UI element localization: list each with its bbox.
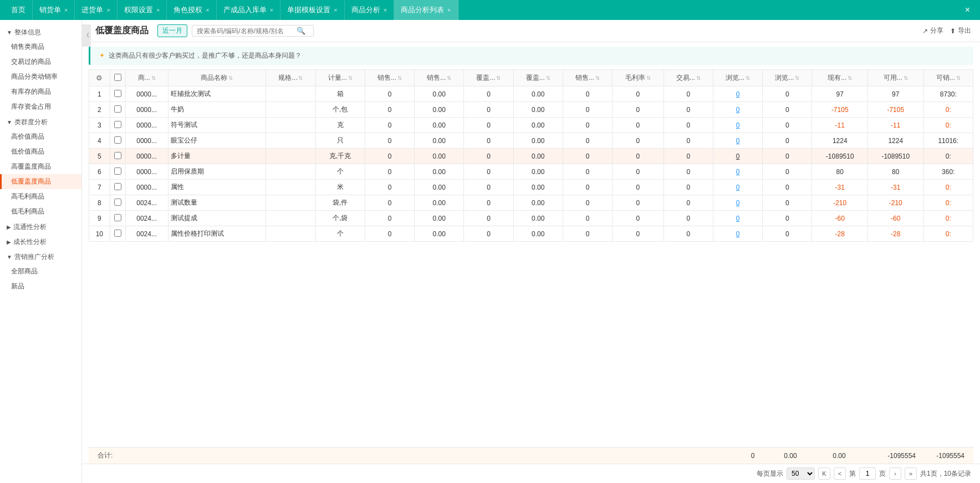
row-select-checkbox[interactable] [114, 152, 121, 159]
prev-page-button[interactable]: < [834, 467, 846, 480]
row-checkbox[interactable] [110, 118, 125, 133]
close-icon[interactable]: × [334, 7, 337, 13]
nav-tab-purchase[interactable]: 进货单 × [75, 0, 117, 20]
close-icon[interactable]: × [64, 7, 68, 13]
col-saleable[interactable]: 可销...⇅ [923, 70, 973, 87]
row-browse1[interactable]: 0 [713, 180, 762, 195]
export-button[interactable]: ⬆ 导出 [950, 26, 971, 35]
col-current[interactable]: 现有...⇅ [812, 70, 868, 87]
nav-tab-permission[interactable]: 权限设置 × [118, 0, 167, 20]
row-browse1[interactable]: 0 [713, 164, 762, 180]
sidebar-item-all-goods[interactable]: 全部商品 [0, 264, 81, 279]
nav-tab-template[interactable]: 单据模板设置 × [280, 0, 344, 20]
sidebar-item-traded-goods[interactable]: 交易过的商品 [0, 54, 81, 69]
row-current: -210 [812, 195, 868, 211]
col-code[interactable]: 商...⇅ [125, 70, 168, 87]
nav-tab-warehouse[interactable]: 产成品入库单 × [217, 0, 280, 20]
row-checkbox[interactable] [110, 164, 125, 180]
data-table-wrapper[interactable]: ⚙ 商...⇅ 商品名称⇅ 规格...⇅ 计量...⇅ 销售...⇅ 销售...… [89, 69, 973, 447]
row-checkbox[interactable] [110, 180, 125, 195]
row-select-checkbox[interactable] [114, 183, 121, 190]
row-checkbox[interactable] [110, 211, 125, 226]
sidebar-item-in-stock[interactable]: 有库存的商品 [0, 84, 81, 99]
col-trade[interactable]: 交易...⇅ [663, 70, 713, 87]
row-select-checkbox[interactable] [114, 136, 121, 144]
sidebar-collapse-button[interactable]: 《 [82, 24, 91, 47]
row-select-checkbox[interactable] [114, 90, 121, 97]
search-input[interactable] [197, 27, 297, 35]
sidebar-section-overall[interactable]: ▼ 整体信息 [0, 24, 81, 39]
row-checkbox[interactable] [110, 226, 125, 242]
col-cover2[interactable]: 覆盖...⇅ [513, 70, 563, 87]
col-available[interactable]: 可用...⇅ [868, 70, 924, 87]
col-sales2[interactable]: 销售...⇅ [563, 70, 612, 87]
row-select-checkbox[interactable] [114, 167, 121, 175]
next-page-button[interactable]: › [889, 467, 901, 480]
close-icon[interactable]: × [270, 7, 273, 13]
sidebar-item-high-value[interactable]: 高价值商品 [0, 129, 81, 144]
nav-tab-role[interactable]: 角色授权 × [167, 0, 216, 20]
col-settings[interactable]: ⚙ [89, 70, 110, 87]
row-select-checkbox[interactable] [114, 230, 121, 237]
col-unit[interactable]: 计量...⇅ [315, 70, 365, 87]
col-gross-margin[interactable]: 毛利率⇅ [612, 70, 664, 87]
nav-tab-home[interactable]: 首页 [4, 0, 33, 20]
close-icon[interactable]: × [206, 7, 209, 13]
sidebar-section-marketing[interactable]: ▼ 营销推广分析 [0, 249, 81, 264]
col-browse1[interactable]: 浏览...⇅ [713, 70, 762, 87]
sidebar-item-new-goods[interactable]: 新品 [0, 279, 81, 294]
row-checkbox[interactable] [110, 102, 125, 118]
close-icon[interactable]: × [156, 7, 160, 13]
window-close-button[interactable]: × [959, 5, 976, 15]
sidebar-item-sales-goods[interactable]: 销售类商品 [0, 39, 81, 54]
row-select-checkbox[interactable] [114, 214, 121, 221]
first-page-button[interactable]: K [818, 467, 830, 480]
row-checkbox[interactable] [110, 87, 125, 102]
last-page-button[interactable]: » [905, 467, 917, 480]
row-checkbox[interactable] [110, 133, 125, 149]
sidebar-section-liquidity[interactable]: ▶ 流通性分析 [0, 219, 81, 234]
nav-tab-goods-analysis[interactable]: 商品分析 × [345, 0, 394, 20]
chevron-right-icon: ▶ [7, 224, 11, 230]
row-browse1[interactable]: 0 [713, 118, 762, 133]
row-select-checkbox[interactable] [114, 121, 121, 128]
sidebar-item-low-margin[interactable]: 低毛利商品 [0, 204, 81, 219]
per-page-select[interactable]: 50 20 100 200 [787, 467, 815, 480]
sidebar-item-low-value[interactable]: 低价值商品 [0, 144, 81, 159]
sidebar-item-high-margin[interactable]: 高毛利商品 [0, 189, 81, 204]
nav-tab-sales[interactable]: 销货单 × [33, 0, 75, 20]
share-button[interactable]: ↗ 分享 [922, 26, 943, 35]
col-browse2[interactable]: 浏览...⇅ [763, 70, 812, 87]
settings-icon[interactable]: ⚙ [96, 74, 103, 82]
col-cover1[interactable]: 覆盖...⇅ [464, 70, 513, 87]
col-name[interactable]: 商品名称⇅ [168, 70, 266, 87]
col-spec[interactable]: 规格...⇅ [266, 70, 315, 87]
col-sales-qty[interactable]: 销售...⇅ [365, 70, 414, 87]
close-icon[interactable]: × [447, 7, 451, 13]
row-select-checkbox[interactable] [114, 105, 121, 113]
row-browse1[interactable]: 0 [713, 133, 762, 149]
sidebar-item-high-coverage[interactable]: 高覆盖度商品 [0, 159, 81, 174]
sidebar-section-growth[interactable]: ▶ 成长性分析 [0, 234, 81, 249]
filter-period-button[interactable]: 近一月 [157, 24, 187, 37]
sidebar-item-category-rate[interactable]: 商品分类动销率 [0, 69, 81, 84]
col-sales-amt[interactable]: 销售...⇅ [415, 70, 464, 87]
row-browse1[interactable]: 0 [713, 226, 762, 242]
current-page-input[interactable] [859, 467, 876, 480]
nav-tab-goods-analysis-list[interactable]: 商品分析列表 × [394, 0, 458, 20]
row-cover1: 0 [464, 180, 513, 195]
select-all-checkbox[interactable] [114, 74, 121, 81]
row-select-checkbox[interactable] [114, 199, 121, 206]
sidebar-item-low-coverage[interactable]: 低覆盖度商品 [0, 174, 81, 189]
close-icon[interactable]: × [384, 7, 387, 13]
row-browse1[interactable]: 0 [713, 195, 762, 211]
row-browse1[interactable]: 0 [713, 102, 762, 118]
row-checkbox[interactable] [110, 149, 125, 164]
row-checkbox[interactable] [110, 195, 125, 211]
sidebar-item-stock-fund[interactable]: 库存资金占用 [0, 99, 81, 114]
sidebar-section-cluster[interactable]: ▼ 类群度分析 [0, 114, 81, 129]
close-icon[interactable]: × [106, 7, 110, 13]
row-browse1[interactable]: 0 [713, 87, 762, 102]
row-browse1[interactable]: 0 [713, 149, 762, 164]
row-browse1[interactable]: 0 [713, 211, 762, 226]
